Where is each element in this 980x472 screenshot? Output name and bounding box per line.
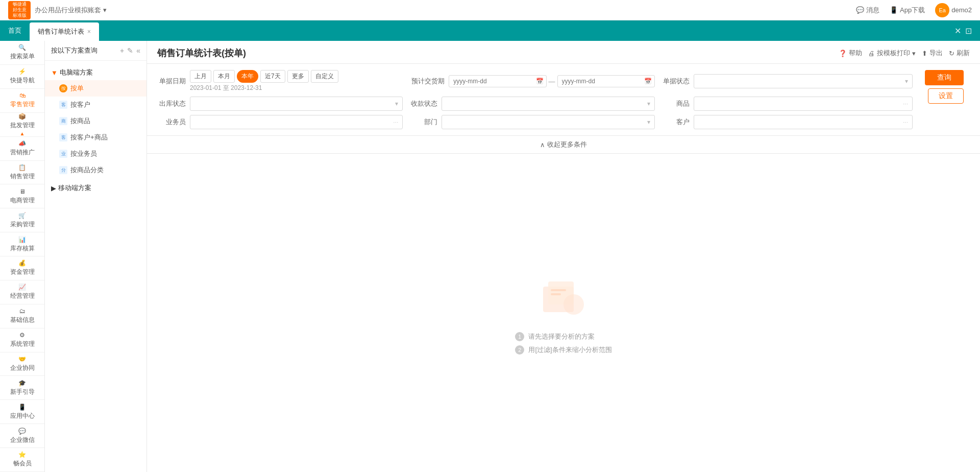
- sidebar-item-basic[interactable]: 🗂 基础信息: [0, 304, 44, 328]
- sidebar-item-apps[interactable]: 📱 应用中心: [0, 400, 44, 424]
- message-icon: 💬: [856, 6, 864, 14]
- sidebar-item-sales[interactable]: 📋 销售管理: [0, 161, 44, 185]
- sidebar-item-ecommerce[interactable]: 🖥 电商管理: [0, 184, 44, 208]
- date-btn-more[interactable]: 更多: [287, 70, 309, 83]
- status-select[interactable]: ▾: [694, 74, 913, 88]
- status-label: 单据状态: [661, 77, 690, 86]
- date-btn-7days[interactable]: 近7天: [260, 70, 285, 83]
- sidebar-item-guide[interactable]: 🎓 新手引导: [0, 376, 44, 400]
- export-btn[interactable]: ⬆ 导出: [922, 49, 943, 58]
- expected-date-start-input[interactable]: [449, 75, 546, 87]
- scheme-item-by-customer-goods[interactable]: 客 按客户+商品: [45, 129, 146, 146]
- logo: 畅捷通好生意标准版: [8, 1, 31, 19]
- scheme-item-by-staff[interactable]: 业 按业务员: [45, 146, 146, 162]
- goods-input[interactable]: ···: [694, 97, 913, 111]
- scheme-item-by-customer[interactable]: 客 按客户: [45, 97, 146, 113]
- sales-icon: 📋: [18, 164, 26, 171]
- date-label: 单据日期: [157, 77, 186, 86]
- sidebar-item-inventory[interactable]: 📊 库存核算: [0, 232, 44, 256]
- refresh-icon: ↻: [949, 50, 954, 57]
- top-bar-right: 💬 消息 📱 App下载 Ea demo2: [856, 3, 972, 17]
- left-panel-header: 按以下方案查询 + ✎ «: [45, 41, 146, 61]
- date-btn-last-month[interactable]: 上月: [190, 70, 211, 83]
- filter-goods-cell: 商品 ···: [661, 97, 913, 111]
- sidebar-search[interactable]: 🔍 搜索菜单: [0, 41, 44, 65]
- tab-home[interactable]: 首页: [0, 20, 30, 41]
- sidebar-quick-nav[interactable]: ⚡ 快捷导航: [0, 65, 44, 89]
- sidebar-item-system[interactable]: ⚙ 系统管理: [0, 328, 44, 352]
- date-btn-custom[interactable]: 自定义: [311, 70, 338, 83]
- collapse-up-icon: ∧: [540, 141, 545, 149]
- tab-sales-order[interactable]: 销售订单统计表 ×: [30, 22, 99, 41]
- scheme-category-pc[interactable]: ▼ 电脑端方案: [45, 65, 146, 80]
- scheme-item-by-category[interactable]: 分 按商品分类: [45, 162, 146, 178]
- sidebar-item-finance[interactable]: 💰 资金管理: [0, 256, 44, 280]
- outbound-arrow-icon: ▾: [395, 100, 398, 107]
- app-selector[interactable]: 办公用品行业模拟账套 ▾: [35, 6, 107, 15]
- scheme-category-mobile[interactable]: ▶ 移动端方案: [45, 180, 146, 196]
- date-btn-this-month[interactable]: 本月: [213, 70, 235, 83]
- staff-dots-icon: ···: [393, 119, 398, 126]
- empty-tip-2: 2 用[过滤]条件来缩小分析范围: [515, 345, 611, 355]
- customer-label: 客户: [661, 117, 690, 127]
- user-menu[interactable]: Ea demo2: [935, 3, 972, 17]
- messages-btn[interactable]: 💬 消息: [856, 6, 879, 15]
- wholesale-icon: 📦: [18, 113, 26, 120]
- print-dropdown-icon: ▾: [912, 50, 916, 57]
- search-button[interactable]: 查询: [925, 70, 964, 85]
- customer-scheme-icon: 客: [59, 101, 67, 109]
- outbound-select[interactable]: ▾: [190, 97, 403, 111]
- print-btn[interactable]: 🖨 按模板打印 ▾: [868, 49, 916, 58]
- wechat-icon: 💬: [18, 428, 26, 435]
- dept-label: 部门: [409, 117, 437, 127]
- sidebar-item-marketing[interactable]: 📣 营销推广: [0, 137, 44, 161]
- tip-num-1: 1: [515, 332, 524, 341]
- staff-input[interactable]: ···: [190, 115, 403, 129]
- collab-icon: 🤝: [18, 356, 26, 363]
- collapse-panel-btn[interactable]: «: [136, 46, 140, 55]
- settings-button[interactable]: 设置: [928, 88, 964, 104]
- scheme-item-by-goods[interactable]: 商 按商品: [45, 113, 146, 129]
- add-scheme-btn[interactable]: +: [120, 46, 124, 55]
- help-btn[interactable]: ❓ 帮助: [839, 49, 862, 58]
- refresh-btn[interactable]: ↻ 刷新: [949, 49, 970, 58]
- logo-text: 畅捷通好生意标准版: [13, 2, 27, 18]
- sidebar-item-collab[interactable]: 🤝 企业协同: [0, 352, 44, 376]
- category-scheme-icon: 分: [59, 166, 67, 174]
- customer-input[interactable]: ···: [694, 115, 913, 129]
- expected-date-end-input[interactable]: [557, 75, 655, 87]
- payment-select[interactable]: ▾: [442, 97, 654, 111]
- tab-minimize-btn[interactable]: ✕: [954, 26, 961, 36]
- filter-customer-cell: 客户 ···: [661, 115, 913, 129]
- app-download-btn[interactable]: 📱 App下载: [890, 6, 925, 15]
- dept-select[interactable]: ▾: [442, 115, 654, 129]
- edit-scheme-btn[interactable]: ✎: [127, 46, 133, 55]
- sidebar-item-purchase[interactable]: 🛒 采购管理: [0, 208, 44, 232]
- system-icon: ⚙: [19, 332, 25, 339]
- operation-icon: 📈: [18, 284, 26, 291]
- top-bar-left: 畅捷通好生意标准版 办公用品行业模拟账套 ▾: [8, 1, 107, 19]
- sidebar-item-operation[interactable]: 📈 经营管理: [0, 280, 44, 304]
- quick-nav-icon: ⚡: [18, 68, 26, 75]
- scheme-item-by-order[interactable]: 按 按单: [45, 80, 146, 97]
- staff-label: 业务员: [157, 117, 186, 127]
- app-name: 办公用品行业模拟账套: [35, 6, 101, 15]
- collapse-row: ∧ 收起更多条件: [147, 136, 980, 154]
- date-btn-this-year[interactable]: 本年: [237, 70, 258, 83]
- tab-bar-actions: ✕ ⊡: [954, 26, 972, 36]
- collapse-more-btn[interactable]: ∧ 收起更多条件: [540, 140, 587, 149]
- date-range-display: 2023-01-01 至 2023-12-31: [190, 84, 403, 92]
- mobile-expand-icon: ▶: [51, 184, 56, 192]
- tip-num-2: 2: [515, 345, 524, 355]
- payment-arrow-icon: ▾: [647, 100, 650, 107]
- tab-maximize-btn[interactable]: ⊡: [965, 26, 972, 36]
- sidebar-item-member[interactable]: ⭐ 畅会员: [0, 448, 44, 472]
- sidebar-item-retail[interactable]: 🛍 零售管理: [0, 89, 44, 113]
- sidebar-item-wholesale[interactable]: 📦 批发管理 ▲: [0, 113, 44, 137]
- tab-close-icon[interactable]: ×: [87, 28, 91, 35]
- sidebar-item-wechat[interactable]: 💬 企业微信: [0, 424, 44, 448]
- main-content: 销售订单统计表(按单) ❓ 帮助 🖨 按模板打印 ▾ ⬆ 导出: [147, 41, 980, 472]
- apps-icon: 📱: [18, 404, 26, 411]
- left-panel: 按以下方案查询 + ✎ « ▼ 电脑端方案 按 按单 客 按客户: [45, 41, 147, 472]
- expected-date-label: 预计交货期: [409, 77, 445, 86]
